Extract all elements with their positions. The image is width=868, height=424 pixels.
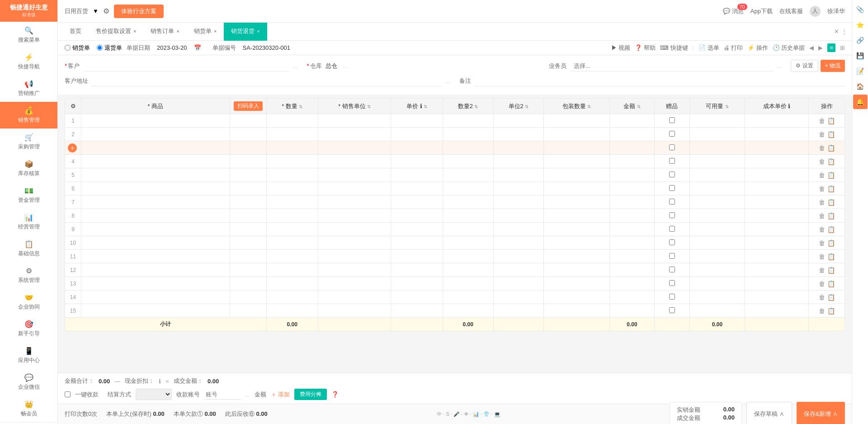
right-icon-5[interactable]: 📝 bbox=[853, 64, 868, 78]
save-draft-button[interactable]: 保存草稿 ∧ bbox=[746, 402, 792, 424]
gift-checkbox-3[interactable] bbox=[669, 144, 675, 150]
row-gift-1[interactable] bbox=[654, 114, 689, 128]
expense-split-button[interactable]: 费用分摊 bbox=[294, 389, 327, 400]
sidebar-item-basic-info[interactable]: 📋 基础信息 bbox=[0, 235, 57, 262]
save-new-button[interactable]: 保存&新增 ∧ bbox=[797, 402, 845, 424]
tab-salesreturn-close-icon[interactable]: × bbox=[257, 29, 259, 34]
row-goods-2[interactable] bbox=[81, 128, 230, 141]
sidebar-item-collaboration[interactable]: 🤝 企业协同 bbox=[0, 289, 57, 315]
tab-sales-return[interactable]: 销货退货 × bbox=[224, 23, 267, 41]
sidebar-item-member[interactable]: 👑 畅会员 bbox=[0, 395, 57, 422]
delete-btn[interactable]: 🗑 bbox=[819, 199, 825, 206]
radio-return[interactable]: 退货单 bbox=[97, 44, 122, 52]
gift-checkbox[interactable] bbox=[669, 172, 675, 177]
goods-input-3[interactable] bbox=[84, 144, 227, 151]
history-icon[interactable]: 🕐 历史单据 bbox=[773, 44, 805, 52]
topbar-settings-icon[interactable]: ⚙ bbox=[103, 7, 109, 15]
qty-sort-icon[interactable]: ⇅ bbox=[299, 104, 302, 109]
tab-price-close-icon[interactable]: × bbox=[133, 29, 136, 34]
video-help-icon[interactable]: ▶ 视频 bbox=[611, 44, 631, 52]
delete-btn[interactable]: 🗑 bbox=[819, 239, 825, 247]
warehouse-dots-btn[interactable]: ... bbox=[343, 62, 348, 69]
delete-btn[interactable]: 🗑 bbox=[819, 307, 825, 314]
right-icon-7[interactable]: 🔔 bbox=[853, 95, 868, 109]
sidebar-item-marketing[interactable]: 📢 营销推广 bbox=[0, 75, 57, 102]
copy-btn[interactable]: 📋 bbox=[827, 212, 835, 219]
sidebar-item-sales[interactable]: 💰 销售管理 bbox=[0, 102, 57, 129]
address-dots-btn[interactable]: ... bbox=[445, 78, 450, 85]
tabs-close-all-icon[interactable]: ✕ bbox=[834, 28, 839, 35]
help-icon[interactable]: ❓ 帮助 bbox=[635, 44, 656, 52]
row-add-icon-3[interactable]: + bbox=[65, 141, 81, 155]
row-amount-1[interactable] bbox=[610, 114, 655, 128]
copy-btn[interactable]: 📋 bbox=[827, 172, 835, 179]
unit2-sort-icon[interactable]: ⇅ bbox=[525, 104, 528, 109]
sidebar-item-system[interactable]: ⚙ 系统管理 bbox=[0, 262, 57, 289]
row-packqty-3[interactable] bbox=[544, 141, 610, 155]
customer-dots-btn[interactable]: ... bbox=[293, 62, 298, 69]
delete-row-2-btn[interactable]: 🗑 bbox=[819, 131, 825, 138]
delete-row-1-btn[interactable]: 🗑 bbox=[819, 117, 825, 124]
row-qty2-2[interactable] bbox=[443, 128, 493, 141]
row-salesunit-3[interactable] bbox=[318, 141, 391, 155]
row-qty2-3[interactable] bbox=[443, 141, 493, 155]
packqty-sort-icon[interactable]: ⇅ bbox=[587, 104, 591, 109]
th-scan[interactable]: 扫码录入 bbox=[230, 99, 266, 114]
sidebar-item-finance[interactable]: 💵 资金管理 bbox=[0, 182, 57, 209]
print-icon[interactable]: 🖨 打印 bbox=[724, 44, 743, 52]
sidebar-item-inventory[interactable]: 📦 库存核算 bbox=[0, 155, 57, 182]
delete-row-3-btn[interactable]: 🗑 bbox=[819, 144, 825, 152]
delete-btn[interactable]: 🗑 bbox=[819, 294, 825, 301]
delete-btn[interactable]: 🗑 bbox=[819, 158, 825, 165]
row-packqty-1[interactable] bbox=[544, 114, 610, 128]
settings-button[interactable]: ⚙ 设置 bbox=[791, 60, 818, 72]
gift-checkbox[interactable] bbox=[669, 199, 675, 205]
tab-sales-invoice[interactable]: 销货单 × bbox=[187, 23, 224, 41]
sidebar-item-search[interactable]: 🔍 搜索菜单 bbox=[0, 22, 57, 48]
row-amount-3[interactable] bbox=[610, 141, 655, 155]
copy-btn[interactable]: 📋 bbox=[827, 253, 835, 260]
gift-checkbox[interactable] bbox=[669, 212, 675, 218]
copy-btn[interactable]: 📋 bbox=[827, 307, 835, 314]
row-qty-3[interactable] bbox=[266, 141, 318, 155]
tab-price-settings[interactable]: 售价提取设置 × bbox=[89, 23, 143, 41]
gift-checkbox-1[interactable] bbox=[669, 117, 675, 123]
right-icon-3[interactable]: 🔗 bbox=[853, 33, 868, 48]
trial-button[interactable]: 体验行业方案 bbox=[114, 5, 164, 18]
gift-checkbox[interactable] bbox=[669, 239, 675, 245]
row-unit2-2[interactable] bbox=[493, 128, 544, 141]
online-service-link[interactable]: 在线客服 bbox=[779, 7, 803, 15]
row-salesunit-2[interactable] bbox=[318, 128, 391, 141]
row-unitprice-2[interactable] bbox=[391, 128, 443, 141]
gift-checkbox[interactable] bbox=[669, 294, 675, 300]
view-mode-grid-icon[interactable]: ⊞ bbox=[840, 44, 845, 51]
copy-btn[interactable]: 📋 bbox=[827, 226, 835, 233]
row-salesunit-1[interactable] bbox=[318, 114, 391, 128]
prev-doc-icon[interactable]: ◀ bbox=[809, 44, 814, 51]
gift-checkbox[interactable] bbox=[669, 226, 675, 232]
notification-area[interactable]: 💬 70 消息 bbox=[723, 7, 744, 15]
copy-btn[interactable]: 📋 bbox=[827, 294, 835, 301]
goods-input-1[interactable] bbox=[84, 117, 227, 124]
delete-btn[interactable]: 🗑 bbox=[819, 172, 825, 179]
row-qty2-1[interactable] bbox=[443, 114, 493, 128]
gift-checkbox[interactable] bbox=[669, 158, 675, 164]
view-mode-list-icon[interactable]: ≡ bbox=[827, 43, 835, 52]
tab-salesorder-close-icon[interactable]: × bbox=[176, 29, 179, 34]
row-unitprice-3[interactable] bbox=[391, 141, 443, 155]
expense-info-icon[interactable]: ❓ bbox=[331, 391, 339, 398]
copy-btn[interactable]: 📋 bbox=[827, 239, 835, 247]
note-input[interactable] bbox=[475, 76, 845, 86]
row-amount-2[interactable] bbox=[610, 128, 655, 141]
amount-sort-icon[interactable]: ⇅ bbox=[637, 104, 641, 109]
row-qty-1[interactable] bbox=[266, 114, 318, 128]
account-input[interactable] bbox=[204, 390, 241, 400]
row-unit2-3[interactable] bbox=[493, 141, 544, 155]
copy-row-1-btn[interactable]: 📋 bbox=[827, 117, 835, 124]
qty2-sort-icon[interactable]: ⇅ bbox=[474, 104, 478, 109]
salesunit-sort-icon[interactable]: ⇅ bbox=[367, 104, 371, 109]
copy-btn[interactable]: 📋 bbox=[827, 199, 835, 206]
gift-checkbox[interactable] bbox=[669, 280, 675, 286]
row-packqty-2[interactable] bbox=[544, 128, 610, 141]
sidebar-item-wechat[interactable]: 💬 企业微信 bbox=[0, 369, 57, 395]
